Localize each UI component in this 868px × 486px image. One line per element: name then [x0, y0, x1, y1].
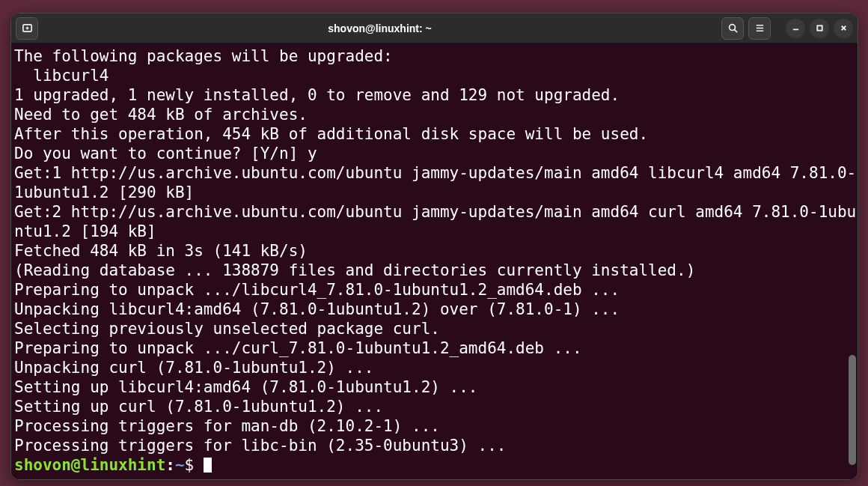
prompt-user-host: shovon@linuxhint	[14, 456, 165, 474]
minimize-button[interactable]	[786, 19, 805, 38]
scrollbar-track[interactable]	[849, 49, 856, 473]
window-title: shovon@linuxhint: ~	[38, 22, 721, 34]
close-button[interactable]	[834, 19, 853, 38]
titlebar-left	[16, 17, 38, 40]
terminal-output: The following packages will be upgraded:…	[14, 47, 856, 455]
svg-line-4	[734, 30, 737, 33]
prompt-path: ~	[175, 456, 185, 474]
prompt-separator: :	[165, 456, 175, 474]
terminal-content[interactable]: The following packages will be upgraded:…	[14, 46, 858, 475]
cursor	[204, 458, 212, 473]
prompt-symbol: $	[185, 456, 195, 474]
hamburger-menu-button[interactable]	[748, 17, 771, 40]
titlebar: shovon@linuxhint: ~	[11, 13, 858, 43]
search-button[interactable]	[721, 17, 744, 40]
terminal-window: shovon@linuxhint: ~ The following packag…	[10, 13, 858, 480]
scrollbar-thumb[interactable]	[849, 355, 856, 465]
svg-rect-9	[817, 25, 822, 30]
titlebar-right	[721, 17, 853, 40]
maximize-button[interactable]	[810, 19, 829, 38]
svg-point-3	[729, 25, 735, 31]
new-tab-button[interactable]	[16, 17, 38, 40]
terminal-body[interactable]: The following packages will be upgraded:…	[11, 43, 858, 479]
